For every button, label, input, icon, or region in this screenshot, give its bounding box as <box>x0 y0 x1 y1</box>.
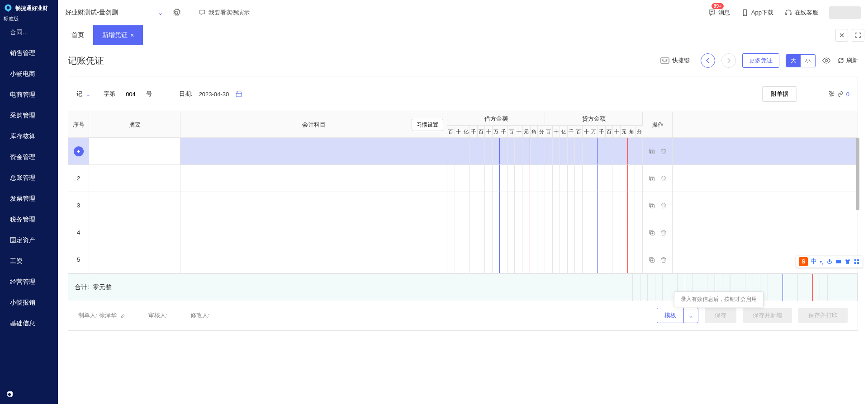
cell-credit[interactable] <box>545 138 643 164</box>
amount-cell[interactable] <box>455 165 463 192</box>
cell-summary[interactable] <box>89 219 180 246</box>
cell-subject[interactable] <box>180 219 447 246</box>
amount-cell[interactable] <box>530 219 538 246</box>
amount-cell[interactable] <box>790 274 798 301</box>
amount-cell[interactable] <box>515 138 522 164</box>
cell-summary[interactable] <box>89 246 180 273</box>
more-voucher-button[interactable]: 更多凭证 <box>742 53 779 68</box>
avatar[interactable] <box>829 6 861 19</box>
amount-cell[interactable] <box>612 246 620 273</box>
amount-cell[interactable] <box>783 274 791 301</box>
amount-cell[interactable] <box>470 165 478 192</box>
service-button[interactable]: 在线客服 <box>784 9 818 17</box>
amount-cell[interactable] <box>620 165 628 192</box>
amount-cell[interactable] <box>553 138 560 164</box>
amount-cell[interactable] <box>820 274 827 301</box>
amount-cell[interactable] <box>477 246 485 273</box>
ime-punct-icon[interactable]: •, <box>820 258 824 265</box>
cell-summary[interactable] <box>89 165 180 192</box>
size-small[interactable]: 小 <box>801 55 815 67</box>
amount-cell[interactable] <box>598 165 605 192</box>
amount-cell[interactable] <box>635 246 642 273</box>
amount-cell[interactable] <box>447 219 455 246</box>
amount-cell[interactable] <box>628 138 636 164</box>
amount-cell[interactable] <box>805 274 813 301</box>
tab-home[interactable]: 首页 <box>62 25 93 45</box>
amount-cell[interactable] <box>493 246 500 273</box>
refresh-button[interactable]: 刷新 <box>837 56 858 65</box>
amount-cell[interactable] <box>508 219 515 246</box>
cell-summary[interactable] <box>89 138 180 164</box>
amount-cell[interactable] <box>575 138 583 164</box>
amount-cell[interactable] <box>628 192 636 219</box>
amount-cell[interactable] <box>635 219 642 246</box>
amount-cell[interactable] <box>560 138 568 164</box>
amount-cell[interactable] <box>470 219 478 246</box>
amount-cell[interactable] <box>545 192 553 219</box>
ime-keyboard-icon[interactable] <box>835 258 842 265</box>
amount-cell[interactable] <box>515 192 522 219</box>
amount-cell[interactable] <box>620 192 628 219</box>
amount-cell[interactable] <box>500 246 508 273</box>
amount-cell[interactable] <box>612 138 620 164</box>
cell-subject[interactable] <box>180 165 447 192</box>
amount-cell[interactable] <box>522 165 530 192</box>
amount-cell[interactable] <box>470 138 478 164</box>
amount-cell[interactable] <box>500 165 508 192</box>
amount-cell[interactable] <box>537 219 545 246</box>
amount-cell[interactable] <box>768 274 776 301</box>
amount-cell[interactable] <box>477 219 485 246</box>
sidebar-item-ledger[interactable]: 总账管理 <box>0 168 58 188</box>
sidebar-item-xiaochang-ecom[interactable]: 小畅电商 <box>0 64 58 85</box>
shortcut-button[interactable]: 快捷键 <box>656 54 694 67</box>
amount-cell[interactable] <box>605 138 613 164</box>
prev-button[interactable] <box>701 53 715 68</box>
next-button[interactable] <box>721 53 736 68</box>
amount-cell[interactable] <box>508 165 515 192</box>
amount-cell[interactable] <box>568 165 575 192</box>
tab-new-voucher[interactable]: 新增凭证 × <box>93 25 143 45</box>
amount-cell[interactable] <box>575 165 583 192</box>
cell-subject[interactable] <box>180 138 447 164</box>
amount-cell[interactable] <box>455 192 463 219</box>
messages-button[interactable]: 99+ 消息 <box>708 9 730 17</box>
edit-icon[interactable] <box>120 313 126 319</box>
amount-cell[interactable] <box>455 219 463 246</box>
amount-cell[interactable] <box>635 138 642 164</box>
fullscreen-button[interactable] <box>852 29 864 42</box>
voucher-number-input[interactable] <box>122 91 140 98</box>
sidebar-item-salary[interactable]: 工资 <box>0 251 58 272</box>
amount-cell[interactable] <box>447 192 455 219</box>
date-value[interactable]: 2023-04-30 <box>199 91 229 98</box>
demo-link[interactable]: 我要看实例演示 <box>199 9 250 17</box>
amount-cell[interactable] <box>470 246 478 273</box>
sidebar-item-assets[interactable]: 固定资产 <box>0 230 58 251</box>
amount-cell[interactable] <box>522 246 530 273</box>
amount-cell[interactable] <box>583 138 590 164</box>
amount-cell[interactable] <box>537 246 545 273</box>
attach-button[interactable]: 附单据 <box>762 86 797 102</box>
size-big[interactable]: 大 <box>786 55 801 67</box>
amount-cell[interactable] <box>553 246 560 273</box>
scrollbar-thumb[interactable] <box>856 138 859 210</box>
sidebar-item-sales[interactable]: 销售管理 <box>0 43 58 64</box>
amount-cell[interactable] <box>515 219 522 246</box>
delete-row-icon[interactable] <box>660 148 667 155</box>
amount-cell[interactable] <box>500 138 508 164</box>
amount-cell[interactable] <box>590 138 598 164</box>
amount-cell[interactable] <box>462 246 470 273</box>
template-button[interactable]: 模板 ⌄ <box>657 308 698 323</box>
amount-cell[interactable] <box>508 138 515 164</box>
amount-cell[interactable] <box>485 219 493 246</box>
amount-cell[interactable] <box>612 165 620 192</box>
cell-debit[interactable] <box>447 246 545 273</box>
sidebar-item-expense[interactable]: 小畅报销 <box>0 292 58 313</box>
amount-cell[interactable] <box>575 192 583 219</box>
amount-cell[interactable] <box>655 274 663 301</box>
amount-cell[interactable] <box>583 246 590 273</box>
sidebar-item-partial[interactable]: 合同... <box>0 27 58 43</box>
amount-cell[interactable] <box>583 219 590 246</box>
amount-cell[interactable] <box>447 165 455 192</box>
amount-cell[interactable] <box>508 192 515 219</box>
habit-settings-button[interactable]: 习惯设置 <box>412 119 443 131</box>
